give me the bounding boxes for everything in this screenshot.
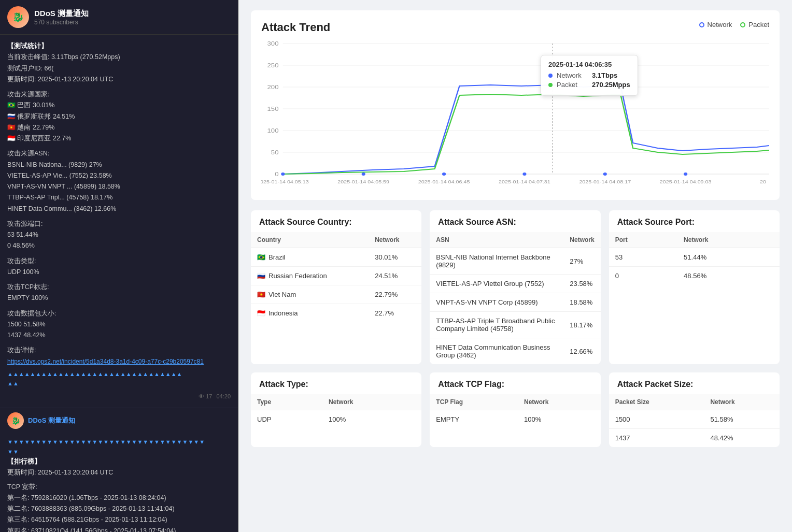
type-table: Type Network UDP100% bbox=[251, 394, 421, 428]
port-label: 攻击源端口: bbox=[7, 219, 231, 229]
table-row: 048.56% bbox=[609, 267, 780, 285]
asn-5: HINET Data Commu... (3462) 12.66% bbox=[7, 204, 231, 214]
ranking-update: 更新时间: 2025-01-13 20:20:04 UTC bbox=[7, 467, 231, 478]
peak-value: 当前攻击峰值: 3.11Tbps (270.52Mpps) bbox=[7, 52, 231, 63]
asn-cell: VNPT-AS-VN VNPT Corp (45899) bbox=[430, 293, 563, 312]
type-label: 攻击类型: bbox=[7, 256, 231, 267]
country-vietnam: 🇻🇳 越南 22.79% bbox=[7, 122, 231, 133]
tcp-table-section: Attack TCP Flag: TCP Flag Network EMPTY1… bbox=[430, 372, 600, 447]
size-label: 攻击数据包大小: bbox=[7, 308, 231, 319]
tcp-bw-label: TCP 宽带: bbox=[7, 482, 231, 493]
message-block-1: 【测试统计】 当前攻击峰值: 3.11Tbps (270.52Mpps) 测试用… bbox=[0, 35, 238, 408]
size-1: 1500 51.58% bbox=[7, 319, 231, 330]
table-row: VNPT-AS-VN VNPT Corp (45899)18.58% bbox=[430, 293, 600, 312]
rank-2: 第二名: 7603888363 (885.09Gbps - 2025-01-13… bbox=[7, 504, 231, 514]
triangles-2: ▲▲ bbox=[7, 379, 231, 389]
subscriber-count: 570 subscribers bbox=[34, 19, 89, 26]
legend-network: Network bbox=[699, 21, 732, 28]
network-cell: 24.51% bbox=[369, 267, 421, 285]
chart-legend: Network Packet bbox=[699, 21, 769, 28]
port-table-section: Attack Source Port: Port Network 5351.44… bbox=[609, 210, 780, 364]
svg-point-16 bbox=[442, 172, 446, 176]
message-block-2: ▼▼▼▼▼▼▼▼▼▼▼▼▼▼▼▼▼▼▼▼▼▼▼▼▼▼▼▼▼▼▼▼▼▼▼ ▼▼ 【… bbox=[0, 431, 238, 532]
svg-point-15 bbox=[362, 172, 365, 176]
network-legend-label: Network bbox=[708, 21, 732, 28]
sender-row: 🐉 DDoS 测量通知 bbox=[0, 408, 238, 431]
col-packet-size: Packet Size bbox=[609, 394, 704, 410]
packet-size-cell: 1437 bbox=[609, 429, 704, 448]
type-table-section: Attack Type: Type Network UDP100% bbox=[251, 372, 421, 447]
asn-table: ASN Network BSNL-NIB National Internet B… bbox=[430, 232, 600, 364]
svg-text:2025-01-14 04:06:45: 2025-01-14 04:06:45 bbox=[418, 179, 470, 184]
col-port: Port bbox=[609, 232, 677, 248]
asn-table-title: Attack Source ASN: bbox=[430, 210, 600, 232]
table-row: 143748.42% bbox=[609, 429, 780, 448]
packet-line bbox=[283, 94, 769, 174]
port-cell: 0 bbox=[609, 267, 677, 285]
network-line bbox=[283, 85, 769, 174]
svg-text:2025-01-14 04:05:59: 2025-01-14 04:05:59 bbox=[337, 179, 389, 184]
chart-svg: 300 250 200 150 100 50 0 bbox=[261, 39, 769, 195]
svg-point-19 bbox=[684, 172, 687, 176]
message-time: 04:20 bbox=[216, 392, 231, 401]
country-cell: 🇷🇺Russian Federation bbox=[251, 267, 369, 285]
rank-4: 第四名: 63710821O4 (141.56Gbps - 2025-01-13… bbox=[7, 526, 231, 532]
chart-title: Attack Trend bbox=[261, 21, 769, 34]
network-cell: 22.7% bbox=[369, 304, 421, 323]
network-cell: 100% bbox=[518, 410, 601, 429]
stats-header: 【测试统计】 bbox=[7, 41, 231, 52]
type-cell: UDP bbox=[251, 410, 322, 429]
svg-text:0: 0 bbox=[275, 171, 279, 178]
port-2: 0 48.56% bbox=[7, 240, 231, 251]
packet-table-section: Attack Packet Size: Packet Size Network … bbox=[609, 372, 780, 447]
asn-cell: VIETEL-AS-AP Viettel Group (7552) bbox=[430, 275, 563, 293]
network-legend-dot bbox=[699, 22, 704, 27]
svg-point-14 bbox=[281, 172, 285, 176]
type-table-title: Attack Type: bbox=[251, 372, 421, 394]
network-cell: 30.01% bbox=[369, 248, 421, 267]
col-network-port: Network bbox=[677, 232, 780, 248]
sidebar: 🐉 DDoS 测量通知 570 subscribers 【测试统计】 当前攻击峰… bbox=[0, 0, 238, 532]
sender-name: DDoS 测量通知 bbox=[28, 416, 75, 425]
top-tables-grid: Attack Source Country: Country Network 🇧… bbox=[251, 210, 780, 364]
table-row: 🇻🇳Viet Nam22.79% bbox=[251, 285, 421, 304]
network-cell: 51.58% bbox=[704, 410, 780, 429]
network-cell: 51.44% bbox=[677, 248, 780, 267]
svg-text:2025-01-14 04:07:31: 2025-01-14 04:07:31 bbox=[499, 179, 550, 184]
svg-text:150: 150 bbox=[267, 106, 279, 112]
country-label: 攻击来源国家: bbox=[7, 89, 231, 100]
network-cell: 18.58% bbox=[563, 293, 600, 312]
svg-text:2025-01-14 04:08:17: 2025-01-14 04:08:17 bbox=[579, 179, 631, 184]
network-cell: 12.66% bbox=[563, 338, 600, 365]
tcp-value: EMPTY 100% bbox=[7, 293, 231, 304]
port-table-title: Attack Source Port: bbox=[609, 210, 780, 232]
table-row: BSNL-NIB National Internet Backbone (982… bbox=[430, 248, 600, 275]
col-tcp-flag: TCP Flag bbox=[430, 394, 518, 410]
network-cell: 23.58% bbox=[563, 275, 600, 293]
svg-point-18 bbox=[603, 172, 607, 176]
svg-text:2025-01-14 04:05:13: 2025-01-14 04:05:13 bbox=[261, 179, 309, 184]
country-cell: 🇮🇩Indonesia bbox=[251, 304, 369, 323]
port-table: Port Network 5351.44%048.56% bbox=[609, 232, 780, 285]
port-cell: 53 bbox=[609, 248, 677, 267]
type-value: UDP 100% bbox=[7, 267, 231, 278]
table-row: HINET Data Communication Business Group … bbox=[430, 338, 600, 365]
table-row: 🇧🇷Brazil30.01% bbox=[251, 248, 421, 267]
country-table-section: Attack Source Country: Country Network 🇧… bbox=[251, 210, 421, 364]
bottom-tables-grid: Attack Type: Type Network UDP100% Attack… bbox=[251, 372, 780, 447]
table-row: TTBP-AS-AP Triple T Broadband Public Com… bbox=[430, 312, 600, 338]
rank-1: 第一名: 7592816020 (1.06Tbps - 2025-01-13 0… bbox=[7, 493, 231, 504]
triangles-down2: ▼▼ bbox=[7, 447, 231, 457]
network-cell: 18.17% bbox=[563, 312, 600, 338]
svg-text:300: 300 bbox=[267, 40, 279, 47]
ranking-header: 【排行榜】 bbox=[7, 456, 231, 467]
col-asn: ASN bbox=[430, 232, 563, 248]
tcp-table-title: Attack TCP Flag: bbox=[430, 372, 600, 394]
main-panel: Attack Trend Network Packet 300 250 200 … bbox=[238, 0, 792, 532]
update-time: 更新时间: 2025-01-13 20:20:04 UTC bbox=[7, 74, 231, 85]
detail-label: 攻击详情: bbox=[7, 345, 231, 356]
asn-cell: HINET Data Communication Business Group … bbox=[430, 338, 563, 365]
channel-name: DDoS 测量通知 bbox=[34, 9, 89, 19]
table-row: VIETEL-AS-AP Viettel Group (7552)23.58% bbox=[430, 275, 600, 293]
detail-link[interactable]: https://dvs.ops2.net/incident/5d1a34d8-3… bbox=[7, 356, 231, 367]
